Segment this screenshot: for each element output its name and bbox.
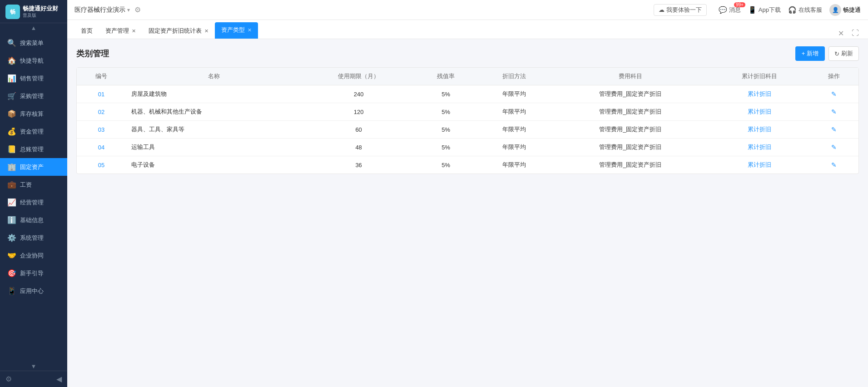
cell-action[interactable]: ✎: [809, 103, 858, 121]
tab-depreciation-table[interactable]: 固定资产折旧统计表 ✕: [142, 23, 215, 39]
sidebar-item-search[interactable]: 🔍 搜索菜单: [0, 34, 67, 52]
chevron-down-icon: ▾: [127, 7, 130, 13]
app-logo-text: 畅捷通好业财 普及版: [23, 5, 58, 19]
notification-badge: 99+: [734, 2, 745, 7]
scroll-down-btn[interactable]: ▼: [0, 362, 67, 371]
sidebar-footer: ⚙ ◀: [0, 371, 67, 387]
sidebar-item-system[interactable]: ⚙️ 系统管理: [0, 229, 67, 247]
cell-id[interactable]: 04: [77, 139, 126, 156]
enterprise-icon: 🤝: [7, 251, 16, 260]
edit-icon[interactable]: ✎: [831, 90, 837, 98]
cell-months: 48: [302, 139, 415, 156]
notifications-button[interactable]: 💬 消息 99+: [719, 6, 741, 14]
salary-icon: 💼: [7, 180, 16, 189]
experience-button[interactable]: ☁ 我要体验一下: [654, 4, 707, 16]
service-icon: 🎧: [788, 6, 797, 14]
cell-accumulated: 累计折旧: [709, 139, 809, 156]
cell-method: 年限平均: [477, 85, 551, 103]
sidebar-logo: 畅 畅捷通好业财 普及版: [0, 0, 67, 23]
topbar-right: 💬 消息 99+ 📱 App下载 🎧 在线客服 👤 畅捷通: [719, 4, 861, 16]
scroll-up-btn[interactable]: ▲: [0, 23, 67, 32]
cell-id[interactable]: 02: [77, 103, 126, 121]
cell-accumulated: 累计折旧: [709, 103, 809, 121]
table-row: 05 电子设备 36 5% 年限平均 管理费用_固定资产折旧 累计折旧 ✎: [77, 156, 858, 174]
sidebar-item-quick-nav[interactable]: 🏠 快捷导航: [0, 52, 67, 69]
sidebar-item-fixed-assets[interactable]: 🏢 固定资产: [0, 158, 67, 176]
avatar: 👤: [829, 4, 841, 16]
tab-close-asset-mgmt[interactable]: ✕: [132, 28, 136, 34]
cell-months: 36: [302, 156, 415, 174]
edit-icon[interactable]: ✎: [831, 161, 837, 169]
user-menu[interactable]: 👤 畅捷通: [829, 4, 861, 16]
tab-asset-type[interactable]: 资产类型 ✕: [215, 22, 258, 39]
sidebar-item-enterprise[interactable]: 🤝 企业协同: [0, 247, 67, 264]
app-logo-icon: 畅: [5, 5, 20, 19]
sidebar-item-basic-info[interactable]: ℹ️ 基础信息: [0, 211, 67, 229]
sidebar-item-operation[interactable]: 📈 经营管理: [0, 194, 67, 211]
sidebar-item-sales[interactable]: 📊 销售管理: [0, 69, 67, 87]
cell-action[interactable]: ✎: [809, 139, 858, 156]
ledger-icon: 📒: [7, 145, 16, 154]
newbie-icon: 🎯: [7, 269, 16, 278]
collapse-icon[interactable]: ◀: [56, 375, 62, 383]
close-window-btn[interactable]: ✕: [835, 28, 846, 39]
operation-icon: 📈: [7, 198, 16, 207]
cell-residual: 5%: [415, 103, 477, 121]
col-header-id: 编号: [77, 68, 126, 85]
sidebar-item-inventory[interactable]: 📦 库存核算: [0, 105, 67, 123]
gear-icon[interactable]: ⚙: [134, 5, 141, 14]
edit-icon[interactable]: ✎: [831, 108, 837, 115]
sidebar-item-capital[interactable]: 💰 资金管理: [0, 123, 67, 140]
tab-home[interactable]: 首页: [74, 23, 99, 39]
tab-close-asset-type[interactable]: ✕: [248, 27, 252, 33]
sidebar-item-ledger[interactable]: 📒 总账管理: [0, 140, 67, 158]
col-header-expense: 费用科目: [551, 68, 709, 85]
cell-accumulated: 累计折旧: [709, 156, 809, 174]
sidebar-item-app-center[interactable]: 📱 应用中心: [0, 282, 67, 300]
app-download-button[interactable]: 📱 App下载: [748, 6, 781, 14]
capital-icon: 💰: [7, 127, 16, 136]
cell-method: 年限平均: [477, 121, 551, 139]
edit-icon[interactable]: ✎: [831, 144, 837, 151]
cell-id[interactable]: 05: [77, 156, 126, 174]
page-actions: + 新增 ↻ 刷新: [795, 46, 859, 61]
tab-asset-mgmt[interactable]: 资产管理 ✕: [99, 23, 142, 39]
cell-action[interactable]: ✎: [809, 121, 858, 139]
edit-icon[interactable]: ✎: [831, 126, 837, 133]
cell-method: 年限平均: [477, 103, 551, 121]
sidebar-nav: 🔍 搜索菜单 🏠 快捷导航 📊 销售管理 🛒 采购管理 📦 库存核算 💰 资金管…: [0, 32, 67, 362]
cell-expense: 管理费用_固定资产折旧: [551, 85, 709, 103]
table-row: 03 器具、工具、家具等 60 5% 年限平均 管理费用_固定资产折旧 累计折旧…: [77, 121, 858, 139]
tab-close-depreciation[interactable]: ✕: [204, 28, 208, 34]
cell-id[interactable]: 03: [77, 121, 126, 139]
col-header-name: 名称: [126, 68, 303, 85]
refresh-button[interactable]: ↻ 刷新: [828, 46, 859, 61]
new-button[interactable]: + 新增: [795, 46, 825, 61]
home-icon: 🏠: [7, 56, 16, 65]
col-header-action: 操作: [809, 68, 858, 85]
cell-name: 电子设备: [126, 156, 303, 174]
basic-info-icon: ℹ️: [7, 216, 16, 224]
cell-action[interactable]: ✎: [809, 85, 858, 103]
experience-icon: ☁: [659, 6, 665, 13]
cell-id[interactable]: 01: [77, 85, 126, 103]
cell-action[interactable]: ✎: [809, 156, 858, 174]
download-icon: 📱: [748, 6, 757, 14]
sidebar-item-salary[interactable]: 💼 工资: [0, 176, 67, 194]
maximize-window-btn[interactable]: ⛶: [850, 28, 861, 39]
cell-months: 60: [302, 121, 415, 139]
col-header-accumulated: 累计折旧科目: [709, 68, 809, 85]
page-header: 类别管理 + 新增 ↻ 刷新: [76, 46, 859, 61]
fixed-assets-icon: 🏢: [7, 163, 16, 171]
sidebar-item-purchase[interactable]: 🛒 采购管理: [0, 87, 67, 105]
settings-icon[interactable]: ⚙: [5, 375, 12, 383]
notification-icon: 💬: [719, 6, 727, 14]
col-header-method: 折旧方法: [477, 68, 551, 85]
sidebar-item-newbie[interactable]: 🎯 新手引导: [0, 264, 67, 282]
cell-months: 240: [302, 85, 415, 103]
window-controls: ✕ ⛶: [835, 28, 861, 39]
online-service-button[interactable]: 🎧 在线客服: [788, 6, 822, 14]
table-header-row: 编号 名称 使用期限（月） 残值率 折旧方法 费用科目 累计折旧科目 操作: [77, 68, 858, 85]
table-row: 02 机器、机械和其他生产设备 120 5% 年限平均 管理费用_固定资产折旧 …: [77, 103, 858, 121]
cell-months: 120: [302, 103, 415, 121]
